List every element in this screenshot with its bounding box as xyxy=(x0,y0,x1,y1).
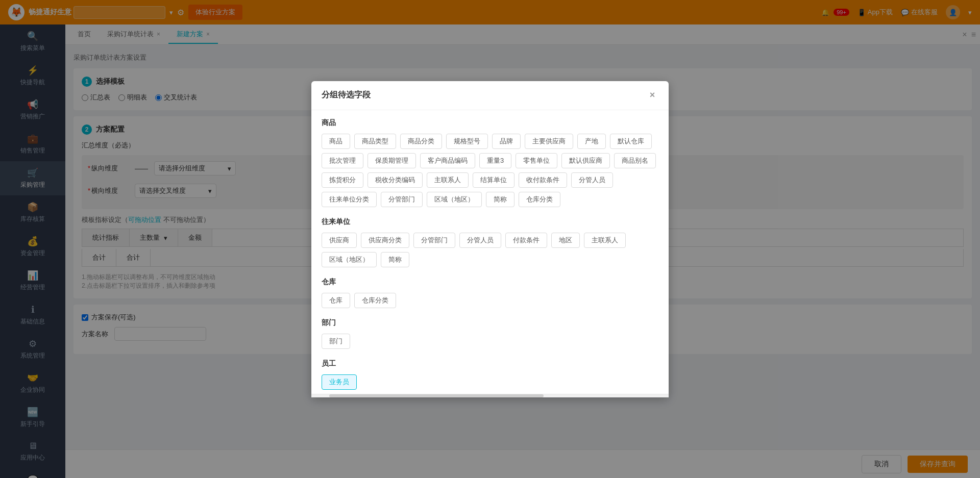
employee-field-tags: 业务员 xyxy=(322,374,658,390)
field-tag-unit-category[interactable]: 往来单位分类 xyxy=(322,192,377,207)
field-tag-default-warehouse[interactable]: 默认仓库 xyxy=(610,134,652,149)
field-tag-spec-model[interactable]: 规格型号 xyxy=(446,134,488,149)
field-tag-product-category[interactable]: 商品分类 xyxy=(400,134,442,149)
field-group-dept: 部门 部门 xyxy=(322,318,658,349)
field-tag-region-product[interactable]: 区域（地区） xyxy=(427,192,482,207)
field-tag-customer-code[interactable]: 客户商品编码 xyxy=(420,153,475,168)
field-group-dept-title: 部门 xyxy=(322,318,658,328)
modal: 分组待选字段 × 商品 商品 商品类型 商品分类 规格型号 品牌 主要供应商 产… xyxy=(311,81,669,397)
field-tag-supplier[interactable]: 供应商 xyxy=(322,233,357,248)
field-tag-region-partner[interactable]: 地区 xyxy=(551,233,580,248)
modal-overlay: 分组待选字段 × 商品 商品 商品类型 商品分类 规格型号 品牌 主要供应商 产… xyxy=(0,0,980,478)
field-tag-tax-code[interactable]: 税收分类编码 xyxy=(368,172,423,188)
modal-body[interactable]: 商品 商品 商品类型 商品分类 规格型号 品牌 主要供应商 产地 默认仓库 批次… xyxy=(311,110,669,394)
field-group-warehouse: 仓库 仓库 仓库分类 xyxy=(322,278,658,308)
field-group-product: 商品 商品 商品类型 商品分类 规格型号 品牌 主要供应商 产地 默认仓库 批次… xyxy=(322,118,658,207)
modal-hscroll[interactable] xyxy=(311,394,669,397)
field-tag-short-name-product[interactable]: 简称 xyxy=(486,192,514,207)
field-tag-short-name-partner[interactable]: 简称 xyxy=(381,252,409,267)
field-tag-quality-mgmt[interactable]: 保质期管理 xyxy=(368,153,416,168)
field-tag-retail-unit[interactable]: 零售单位 xyxy=(516,153,557,168)
field-tag-product-alias[interactable]: 商品别名 xyxy=(614,153,656,168)
field-group-employee: 员工 业务员 xyxy=(322,359,658,390)
field-tag-product[interactable]: 商品 xyxy=(322,134,350,149)
field-tag-settlement-unit[interactable]: 结算单位 xyxy=(473,172,514,188)
modal-close-btn[interactable]: × xyxy=(646,89,658,102)
field-tag-payment-cond[interactable]: 付款条件 xyxy=(505,233,547,248)
field-tag-salesperson[interactable]: 业务员 xyxy=(322,374,357,390)
field-tag-region2[interactable]: 区域（地区） xyxy=(322,252,377,267)
field-group-warehouse-title: 仓库 xyxy=(322,278,658,287)
field-tag-supervisor2[interactable]: 分管人员 xyxy=(459,233,501,248)
field-tag-batch-mgmt[interactable]: 批次管理 xyxy=(322,153,363,168)
field-group-product-title: 商品 xyxy=(322,118,658,128)
field-tag-payment-terms[interactable]: 收付款条件 xyxy=(519,172,567,188)
field-tag-dept[interactable]: 部门 xyxy=(322,334,350,349)
field-group-partner: 往来单位 供应商 供应商分类 分管部门 分管人员 付款条件 地区 主联系人 区域… xyxy=(322,217,658,267)
field-tag-weight3[interactable]: 重量3 xyxy=(479,153,511,168)
modal-header: 分组待选字段 × xyxy=(311,81,669,110)
field-tag-main-contact2[interactable]: 主联系人 xyxy=(584,233,626,248)
field-tag-pick-points[interactable]: 拣货积分 xyxy=(322,172,363,188)
field-tag-warehouse-cat[interactable]: 仓库分类 xyxy=(354,293,396,308)
partner-field-tags: 供应商 供应商分类 分管部门 分管人员 付款条件 地区 主联系人 区域（地区） … xyxy=(322,233,658,267)
dept-field-tags: 部门 xyxy=(322,334,658,349)
warehouse-field-tags: 仓库 仓库分类 xyxy=(322,293,658,308)
field-tag-origin[interactable]: 产地 xyxy=(577,134,606,149)
field-group-partner-title: 往来单位 xyxy=(322,217,658,227)
hscroll-thumb xyxy=(329,394,544,397)
field-group-employee-title: 员工 xyxy=(322,359,658,368)
modal-title: 分组待选字段 xyxy=(322,90,371,100)
field-tag-supervisor[interactable]: 分管人员 xyxy=(571,172,613,188)
field-tag-warehouse[interactable]: 仓库 xyxy=(322,293,350,308)
field-tag-default-supplier[interactable]: 默认供应商 xyxy=(561,153,610,168)
field-tag-main-contact[interactable]: 主联系人 xyxy=(427,172,469,188)
product-field-tags: 商品 商品类型 商品分类 规格型号 品牌 主要供应商 产地 默认仓库 批次管理 … xyxy=(322,134,658,207)
field-tag-warehouse-category[interactable]: 仓库分类 xyxy=(519,192,560,207)
field-tag-dept-manage[interactable]: 分管部门 xyxy=(381,192,423,207)
field-tag-brand[interactable]: 品牌 xyxy=(492,134,521,149)
field-tag-dept-manage2[interactable]: 分管部门 xyxy=(413,233,455,248)
field-tag-supplier-category[interactable]: 供应商分类 xyxy=(361,233,409,248)
field-tag-main-supplier[interactable]: 主要供应商 xyxy=(525,134,573,149)
field-tag-product-type[interactable]: 商品类型 xyxy=(354,134,396,149)
